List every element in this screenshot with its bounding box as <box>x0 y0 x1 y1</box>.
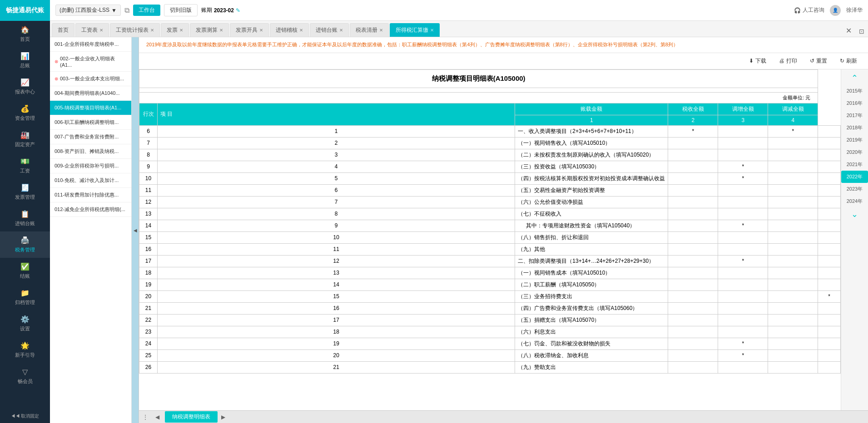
row-c4-21[interactable] <box>818 361 841 373</box>
row-c3-10[interactable] <box>768 231 818 243</box>
row-c2-6[interactable] <box>718 184 768 196</box>
row-c1-21[interactable] <box>668 361 718 373</box>
year-2018[interactable]: 2018年 <box>841 122 868 134</box>
tab-close-income-tax[interactable]: ✕ <box>430 28 434 33</box>
year-2023[interactable]: 2023年 <box>841 183 868 195</box>
row-c1-8[interactable] <box>668 208 718 220</box>
sidebar-item-settings[interactable]: ⚙️ 设置 <box>0 310 50 337</box>
row-c3-14[interactable] <box>768 279 818 290</box>
row-c1-14[interactable] <box>668 279 718 290</box>
row-c1-6[interactable] <box>668 184 718 196</box>
row-c3-2[interactable] <box>768 137 818 149</box>
sidebar-item-payroll[interactable]: 💵 工资 <box>0 152 50 179</box>
tab-income-tax[interactable]: 所得税汇算缴 ✕ <box>390 23 440 37</box>
row-c4-20[interactable] <box>818 349 841 361</box>
print-button[interactable]: 🖨 打印 <box>775 56 801 66</box>
row-c2-13[interactable] <box>718 267 768 279</box>
tab-sales-check[interactable]: 进销稽核 ✕ <box>270 23 309 37</box>
sidebar-item-member[interactable]: ▽ 畅会员 <box>0 363 50 389</box>
year-2017[interactable]: 2017年 <box>841 109 868 122</box>
row-c3-13[interactable] <box>768 267 818 279</box>
row-c1-20[interactable] <box>668 349 718 361</box>
left-item-006[interactable]: 006-职工薪酬纳税调整明细... <box>50 115 131 130</box>
left-item-004[interactable]: 004-期间费用明细表(A1040... <box>50 86 131 101</box>
row-c4-16[interactable] <box>818 302 841 314</box>
sidebar-item-report-center[interactable]: 📈 报表中心 <box>0 74 50 100</box>
reset-button[interactable]: ↺ 重置 <box>806 56 831 66</box>
tab-payroll[interactable]: 工资表 ✕ <box>75 23 109 37</box>
tab-sales-ledger[interactable]: 进销台账 ✕ <box>310 23 349 37</box>
year-2024[interactable]: 2024年 <box>841 195 868 207</box>
scroll-prev-icon[interactable]: ◀ <box>152 412 163 422</box>
row-c4-9[interactable] <box>818 220 841 231</box>
tab-home[interactable]: 首页 <box>52 23 74 37</box>
row-c2-11[interactable] <box>718 243 768 255</box>
scroll-left-icon[interactable]: ⋮ <box>139 412 152 422</box>
row-c4-4[interactable] <box>818 161 841 172</box>
year-2016[interactable]: 2016年 <box>841 97 868 109</box>
row-c1-2[interactable] <box>668 137 718 149</box>
tab-close-invoice-calc[interactable]: ✕ <box>219 28 223 33</box>
year-down-arrow[interactable]: ⌄ <box>849 207 860 221</box>
tab-tax-list[interactable]: 税表清册 ✕ <box>350 23 389 37</box>
tab-close-sales-ledger[interactable]: ✕ <box>339 28 343 33</box>
bottom-tab-tax-adjust[interactable]: 纳税调整明细表 <box>165 411 218 423</box>
sidebar-item-close[interactable]: ✅ 结账 <box>0 258 50 284</box>
sidebar-item-fund[interactable]: 💰 资金管理 <box>0 100 50 126</box>
copy-icon[interactable]: ⧉ <box>124 6 129 15</box>
row-c1-19[interactable] <box>668 338 718 349</box>
maximize-button[interactable]: ⊡ <box>855 26 868 37</box>
period-edit-icon[interactable]: ✎ <box>236 7 240 14</box>
year-2020[interactable]: 2020年 <box>841 146 868 158</box>
row-c4-19[interactable] <box>818 338 841 349</box>
row-c3-15[interactable] <box>768 290 818 302</box>
tab-close-payroll[interactable]: ✕ <box>99 28 103 33</box>
row-c2-19[interactable]: * <box>718 338 768 349</box>
row-c4-2[interactable] <box>818 137 841 149</box>
sidebar-item-tax[interactable]: 🖨️ 税务管理 <box>0 231 50 258</box>
year-2021[interactable]: 2021年 <box>841 158 868 171</box>
row-c1-13[interactable] <box>668 267 718 279</box>
row-c4-8[interactable] <box>818 208 841 220</box>
row-c3-5[interactable] <box>768 172 818 184</box>
row-c4-1[interactable] <box>818 125 841 137</box>
row-c2-18[interactable] <box>718 326 768 338</box>
row-c3-8[interactable] <box>768 208 818 220</box>
unpin-button[interactable]: ◀◀ 取消固定 <box>0 409 50 423</box>
row-c4-18[interactable] <box>818 326 841 338</box>
row-c2-10[interactable] <box>718 231 768 243</box>
row-c1-1[interactable]: * <box>668 125 718 137</box>
row-c2-1[interactable] <box>718 125 768 137</box>
tab-close-sales-check[interactable]: ✕ <box>299 28 303 33</box>
refresh-button[interactable]: ↻ 刷新 <box>836 56 861 66</box>
switch-button[interactable]: 切到旧版 <box>164 4 198 16</box>
tab-close-tax-list[interactable]: ✕ <box>379 28 383 33</box>
left-item-012[interactable]: 012-减免企业所得税优惠明细(... <box>50 202 131 217</box>
row-c4-6[interactable] <box>818 184 841 196</box>
company-selector[interactable]: (勿删) 江西股金-LSS ▼ <box>55 5 121 16</box>
row-c4-17[interactable] <box>818 314 841 326</box>
year-2019[interactable]: 2019年 <box>841 134 868 146</box>
sidebar-item-archive[interactable]: 📁 归档管理 <box>0 284 50 310</box>
tab-invoice-issue[interactable]: 发票开具 ✕ <box>230 23 269 37</box>
row-c2-14[interactable] <box>718 279 768 290</box>
left-item-010[interactable]: 010-免税、减计收入及加计... <box>50 173 131 188</box>
row-c2-8[interactable] <box>718 208 768 220</box>
tab-close-payroll-report[interactable]: ✕ <box>150 28 154 33</box>
tab-close-invoice[interactable]: ✕ <box>179 28 183 33</box>
row-c3-18[interactable] <box>768 326 818 338</box>
sidebar-item-general-ledger[interactable]: 📊 总账 <box>0 47 50 74</box>
row-c4-14[interactable] <box>818 279 841 290</box>
user-name[interactable]: 徐泽华 <box>846 6 863 14</box>
left-item-003[interactable]: ⊗ 003-一般企业成本支出明细... <box>50 72 131 86</box>
left-item-002[interactable]: ⊗ 002-一般企业收入明细表(A1... <box>50 52 131 72</box>
row-c1-5[interactable] <box>668 172 718 184</box>
row-c3-9[interactable] <box>768 220 818 231</box>
table-wrapper[interactable]: 纳税调整项目明细表(A105000) 金额单位: 元 <box>139 69 841 410</box>
workspace-button[interactable]: 工作台 <box>133 5 160 16</box>
row-c3-7[interactable] <box>768 196 818 208</box>
row-c2-7[interactable] <box>718 196 768 208</box>
left-item-009[interactable]: 009-企业所得税弥补亏损明... <box>50 159 131 173</box>
sidebar-item-guide[interactable]: 🌟 新手引导 <box>0 337 50 363</box>
row-c1-9[interactable] <box>668 220 718 231</box>
